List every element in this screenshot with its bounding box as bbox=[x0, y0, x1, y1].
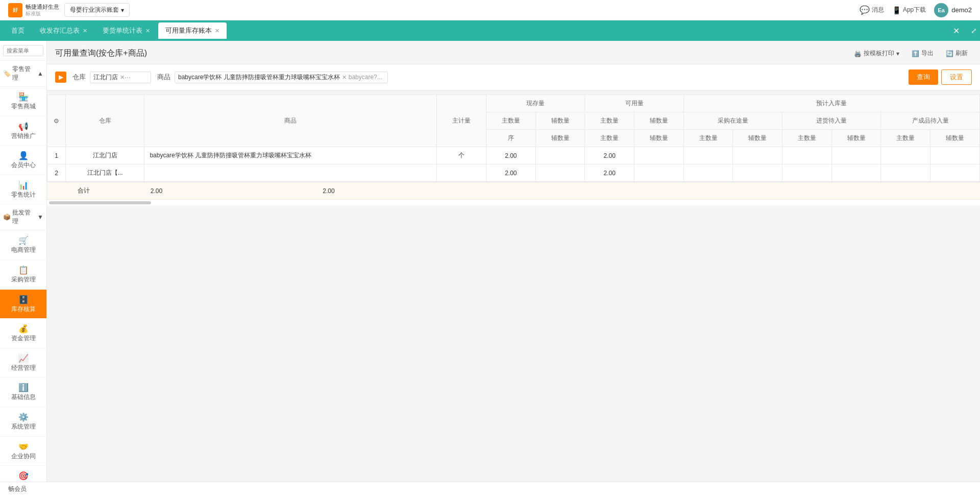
cell-purchase-sub bbox=[733, 147, 782, 164]
export-icon: ⬆️ bbox=[912, 50, 919, 57]
main-layout: 🏷️ 零售管理 ▲ 🏪 零售商城 📢 营销推广 👤 会员中心 📊 零售统计 📦 … bbox=[0, 41, 980, 482]
app-download-btn[interactable]: 📱 App下载 bbox=[892, 6, 926, 14]
cell-unit: 个 bbox=[437, 147, 486, 164]
cell-incoming-sub bbox=[831, 147, 881, 164]
tab-recv-send[interactable]: 收发存汇总表 ✕ bbox=[33, 22, 94, 39]
page-title: 可用量查询(按仓库+商品) bbox=[55, 48, 147, 59]
col-product-header: 商品 bbox=[144, 95, 437, 147]
sidebar-item-enterprise[interactable]: 🤝 企业协同 bbox=[0, 437, 46, 466]
logo-area: 好 畅捷通好生意 标准版 bbox=[8, 3, 59, 17]
query-button[interactable]: 查询 bbox=[909, 69, 938, 85]
sidebar-item-wholesale[interactable]: 📦 批发管理 ▼ bbox=[0, 204, 46, 230]
cell-avail-sub bbox=[634, 147, 684, 164]
footer-label: 合计 bbox=[52, 186, 113, 195]
sidebar-item-ops[interactable]: 📈 经营管理 bbox=[0, 348, 46, 378]
sidebar-item-zero-retail[interactable]: 🏷️ 零售管理 ▲ bbox=[0, 61, 46, 87]
footer-avail-main: 2.00 bbox=[286, 187, 372, 195]
zero-retail-icon: 🏷️ bbox=[3, 70, 11, 77]
expand-arrow-icon: ▲ bbox=[37, 70, 43, 77]
col-ip-sub: 辅数量 bbox=[831, 130, 881, 147]
cell-incoming-main bbox=[782, 147, 832, 164]
col-pp-main: 主数量 bbox=[881, 130, 930, 147]
tab-avail-stock[interactable]: 可用量库存账本 ✕ bbox=[158, 22, 227, 39]
tab-home[interactable]: 首页 bbox=[4, 22, 32, 39]
cell-purchase-main bbox=[683, 164, 733, 182]
table-row: 1 江北门店 babycare学饮杯 儿童防摔防撞吸管杯重力球吸嘴杯宝宝水杯 个… bbox=[47, 147, 980, 164]
close-all-tabs[interactable]: ✕ bbox=[950, 26, 963, 36]
export-btn[interactable]: ⬆️ 导出 bbox=[908, 47, 938, 60]
finance-icon: 💰 bbox=[3, 324, 43, 334]
sidebar-item-member-center[interactable]: 👤 会员中心 bbox=[0, 146, 46, 175]
col-pp-sub: 辅数量 bbox=[930, 130, 980, 147]
ecommerce-icon: 🛒 bbox=[3, 235, 43, 245]
tenant-selector[interactable]: 母婴行业演示账套 ▾ bbox=[64, 3, 130, 17]
horizontal-scrollbar[interactable] bbox=[47, 199, 980, 205]
cell-product: babycare学饮杯 儿童防摔防撞吸管杯重力球吸嘴杯宝宝水杯 bbox=[144, 147, 437, 164]
expand-icon[interactable]: ⤢ bbox=[968, 27, 980, 35]
sidebar-item-system[interactable]: ⚙️ 系统管理 bbox=[0, 407, 46, 437]
logo-text: 畅捷通好生意 标准版 bbox=[26, 3, 59, 17]
sidebar-item-purchase[interactable]: 📋 采购管理 bbox=[0, 260, 46, 290]
close-icon[interactable]: ✕ bbox=[145, 28, 150, 34]
warehouse-label: 仓库 bbox=[72, 73, 86, 82]
product-tag1: babycare学饮杯 儿童防摔防撞吸管杯重力球吸嘴杯宝宝水杯 ✕ bbox=[178, 73, 347, 82]
cell-current-main: 2.00 bbox=[486, 164, 535, 182]
cell-purchase-main bbox=[683, 147, 733, 164]
col-cm-sub: 辅数量 bbox=[535, 130, 585, 147]
product-label: 商品 bbox=[157, 73, 170, 82]
sidebar-item-retail-mall[interactable]: 🏪 零售商城 bbox=[0, 87, 46, 116]
remove-warehouse-tag[interactable]: ✕ bbox=[120, 74, 125, 81]
page-header: 可用量查询(按仓库+商品) 🖨️ 按模板打印 ▾ ⬆️ 导出 🔄 刷新 bbox=[47, 41, 980, 64]
message-btn[interactable]: 💬 消息 bbox=[860, 5, 884, 15]
app-icon: 📱 bbox=[892, 6, 901, 14]
sidebar: 🏷️ 零售管理 ▲ 🏪 零售商城 📢 营销推广 👤 会员中心 📊 零售统计 📦 … bbox=[0, 41, 47, 482]
footer-values: 2.00 2.00 bbox=[113, 187, 975, 195]
warehouse-filter-input[interactable]: 江北门店 ✕ ··· bbox=[90, 72, 151, 83]
col-available-header: 可用量 bbox=[585, 95, 683, 112]
sidebar-item-basic[interactable]: ℹ️ 基础信息 bbox=[0, 377, 46, 407]
product-filter-input[interactable]: babycare学饮杯 儿童防摔防撞吸管杯重力球吸嘴杯宝宝水杯 ✕ babyca… bbox=[175, 72, 388, 83]
tab-order-stat[interactable]: 要货单统计表 ✕ bbox=[95, 22, 157, 39]
col-purchase-transit-header: 采购在途量 bbox=[683, 112, 782, 130]
sidebar-item-marketing[interactable]: 📢 营销推广 bbox=[0, 116, 46, 146]
col-incoming-header: 预计入库量 bbox=[683, 95, 979, 112]
col-av-main2: 主数量 bbox=[585, 130, 634, 147]
cell-warehouse: 江北门店 bbox=[66, 147, 144, 164]
cell-avail-main: 2.00 bbox=[585, 147, 634, 164]
filter-expand-btn[interactable]: ▶ bbox=[55, 72, 66, 83]
col-pt-main: 主数量 bbox=[683, 130, 733, 147]
print-btn[interactable]: 🖨️ 按模板打印 ▾ bbox=[850, 47, 903, 60]
user-profile[interactable]: Ea demo2 bbox=[934, 3, 972, 17]
footer-avail-sub bbox=[372, 187, 458, 195]
cell-product bbox=[144, 164, 437, 182]
retail-mall-icon: 🏪 bbox=[3, 92, 43, 102]
cell-incoming-sub bbox=[831, 164, 881, 182]
col-product-pending-header: 产成品待入量 bbox=[881, 112, 980, 130]
close-icon[interactable]: ✕ bbox=[215, 28, 219, 34]
remove-product-tag1[interactable]: ✕ bbox=[342, 74, 347, 81]
top-bar-right: 💬 消息 📱 App下载 Ea demo2 bbox=[860, 3, 972, 17]
settings-button[interactable]: 设置 bbox=[941, 69, 972, 85]
cell-current-sub bbox=[535, 164, 585, 182]
cell-product-main bbox=[881, 164, 930, 182]
print-chevron-icon: ▾ bbox=[896, 50, 899, 57]
col-warehouse-header: 仓库 bbox=[66, 95, 144, 147]
footer-current-sub bbox=[200, 187, 286, 195]
sidebar-item-ecommerce[interactable]: 🛒 电商管理 bbox=[0, 230, 46, 260]
purchase-icon: 📋 bbox=[3, 265, 43, 275]
cell-current-main: 2.00 bbox=[486, 147, 535, 164]
sidebar-item-finance[interactable]: 💰 资金管理 bbox=[0, 319, 46, 348]
col-avail-main: 主数量 bbox=[585, 112, 634, 130]
chevron-down-icon: ▾ bbox=[121, 7, 124, 14]
sidebar-item-newbie[interactable]: 🎯 新手引导 bbox=[0, 466, 46, 482]
top-bar: 好 畅捷通好生意 标准版 母婴行业演示账套 ▾ 💬 消息 📱 App下载 Ea … bbox=[0, 0, 980, 20]
sidebar-item-inventory[interactable]: 🗄️ 库存核算 bbox=[0, 290, 46, 319]
close-icon[interactable]: ✕ bbox=[83, 28, 87, 34]
warehouse-more-icon[interactable]: ··· bbox=[125, 73, 131, 81]
refresh-btn[interactable]: 🔄 刷新 bbox=[942, 47, 972, 60]
col-unit-header: 主计量 bbox=[437, 95, 486, 147]
scroll-thumb[interactable] bbox=[49, 201, 151, 204]
search-input[interactable] bbox=[3, 45, 43, 56]
sidebar-item-retail-stats[interactable]: 📊 零售统计 bbox=[0, 175, 46, 205]
cell-incoming-main bbox=[782, 164, 832, 182]
